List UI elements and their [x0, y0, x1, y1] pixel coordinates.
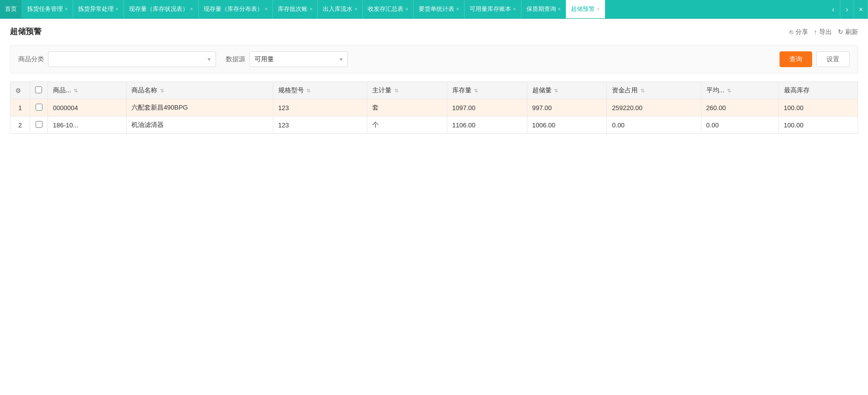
cell-maxstock: 100.00 [779, 117, 858, 134]
data-table: ⚙ 商品... ⇅ 商品名称 ⇅ 规格型号 ⇅ 主计量 [10, 81, 858, 134]
nav-tab-summary[interactable]: 收发存汇总表 × [363, 0, 414, 19]
nav-tab-stock-status[interactable]: 现存量（库存状况表） × [124, 0, 199, 19]
nav-tab-abnormal[interactable]: 拣货异常处理 × [73, 0, 124, 19]
cell-stock: 1097.00 [447, 99, 527, 117]
th-capital[interactable]: 资金占用 ⇅ [607, 82, 701, 99]
cell-capital: 0.00 [607, 117, 701, 134]
nav-tab-expiry[interactable]: 保质期查询 × [521, 0, 566, 19]
close-icon[interactable]: × [265, 6, 268, 12]
th-avg[interactable]: 平均... ⇅ [701, 82, 779, 99]
refresh-button[interactable]: ↻ 刷新 [838, 28, 858, 37]
nav-arrow-left[interactable]: ‹ [826, 0, 840, 19]
close-icon[interactable]: × [309, 6, 312, 12]
table-row: 2 186-10... 机油滤清器 123 个 1106.00 1006.00 … [10, 117, 858, 134]
row-checkbox[interactable] [36, 104, 43, 111]
th-gear: ⚙ [10, 82, 30, 99]
top-navigation: 首页 拣货任务管理 × 拣货异常处理 × 现存量（库存状况表） × 现存量（库存… [0, 0, 868, 19]
category-select[interactable]: ▾ [48, 51, 216, 67]
table-header-row: ⚙ 商品... ⇅ 商品名称 ⇅ 规格型号 ⇅ 主计量 [10, 82, 858, 99]
close-icon[interactable]: × [354, 6, 357, 12]
cell-overstock: 1006.00 [527, 117, 607, 134]
cell-product-id: 0000004 [48, 99, 127, 117]
nav-tab-overstock[interactable]: 超储预警 × [566, 0, 605, 19]
close-icon[interactable]: × [405, 6, 408, 12]
th-maxstock: 最高库存 [779, 82, 858, 99]
chevron-down-icon: ▾ [208, 56, 211, 63]
filter-bar: 商品分类 ▾ 数据源 可用量 ▾ 查询 设置 [10, 45, 858, 74]
cell-stock: 1106.00 [447, 117, 527, 134]
nav-tab-stock-dist[interactable]: 现存量（库存分布表） × [199, 0, 273, 19]
cell-product-id: 186-10... [48, 117, 127, 134]
datasource-select[interactable]: 可用量 ▾ [249, 51, 348, 67]
nav-tab-batch[interactable]: 库存批次账 × [273, 0, 318, 19]
export-button[interactable]: ↑ 导出 [814, 28, 832, 37]
th-spec[interactable]: 规格型号 ⇅ [273, 82, 367, 99]
row-checkbox-cell [30, 117, 48, 134]
th-stock[interactable]: 库存量 ⇅ [447, 82, 527, 99]
row-index: 1 [10, 99, 30, 117]
close-icon[interactable]: × [116, 6, 119, 12]
cell-maxstock: 100.00 [779, 99, 858, 117]
header-actions: ⎋ 分享 ↑ 导出 ↻ 刷新 [789, 28, 859, 37]
table-body: 1 0000004 六配套新昌490BPG 123 套 1097.00 997.… [10, 99, 858, 134]
query-button[interactable]: 查询 [780, 51, 812, 67]
category-filter: 商品分类 ▾ [18, 51, 216, 67]
cell-unit: 个 [367, 117, 447, 134]
nav-tab-requisition[interactable]: 要货单统计表 × [414, 0, 465, 19]
th-checkbox [30, 82, 48, 99]
cell-unit: 套 [367, 99, 447, 117]
close-icon[interactable]: × [190, 6, 193, 12]
cell-overstock: 997.00 [527, 99, 607, 117]
row-checkbox[interactable] [36, 121, 43, 128]
sort-icon: ⇅ [474, 88, 478, 93]
nav-tab-available[interactable]: 可用量库存账本 × [465, 0, 521, 19]
row-index: 2 [10, 117, 30, 134]
th-unit[interactable]: 主计量 ⇅ [367, 82, 447, 99]
close-icon[interactable]: × [65, 6, 68, 12]
table-row: 1 0000004 六配套新昌490BPG 123 套 1097.00 997.… [10, 99, 858, 117]
close-icon[interactable]: × [456, 6, 459, 12]
cell-avg: 260.00 [701, 99, 779, 117]
close-icon[interactable]: × [597, 6, 600, 12]
nav-arrows: ‹ › × [826, 0, 868, 19]
cell-capital: 259220.00 [607, 99, 701, 117]
cell-spec: 123 [273, 99, 367, 117]
page-header: 超储预警 ⎋ 分享 ↑ 导出 ↻ 刷新 [10, 27, 858, 37]
export-icon: ↑ [814, 28, 818, 36]
cell-avg: 0.00 [701, 117, 779, 134]
chevron-down-icon: ▾ [340, 56, 343, 63]
datasource-select-text: 可用量 [255, 55, 274, 64]
cell-product-name: 六配套新昌490BPG [126, 99, 273, 117]
th-product-id[interactable]: 商品... ⇅ [48, 82, 127, 99]
cell-spec: 123 [273, 117, 367, 134]
nav-tab-home[interactable]: 首页 [0, 0, 22, 19]
filter-buttons: 查询 设置 [780, 51, 850, 67]
sort-icon: ⇅ [727, 88, 731, 93]
datasource-filter: 数据源 可用量 ▾ [226, 51, 348, 67]
share-button[interactable]: ⎋ 分享 [789, 28, 808, 37]
page-content: 超储预警 ⎋ 分享 ↑ 导出 ↻ 刷新 商品分类 ▾ 数据源 [0, 19, 868, 395]
nav-arrow-close[interactable]: × [854, 0, 868, 19]
sort-icon: ⇅ [306, 88, 310, 93]
close-icon[interactable]: × [513, 6, 516, 12]
sort-icon: ⇅ [394, 88, 398, 93]
category-label: 商品分类 [18, 55, 44, 64]
share-icon: ⎋ [789, 28, 793, 36]
nav-tab-task[interactable]: 拣货任务管理 × [22, 0, 73, 19]
refresh-icon: ↻ [838, 28, 843, 36]
th-product-name[interactable]: 商品名称 ⇅ [126, 82, 273, 99]
gear-icon[interactable]: ⚙ [15, 87, 21, 94]
select-all-checkbox[interactable] [35, 86, 42, 93]
close-icon[interactable]: × [558, 6, 561, 12]
th-overstock[interactable]: 超储量 ⇅ [527, 82, 607, 99]
nav-arrow-right[interactable]: › [840, 0, 854, 19]
row-checkbox-cell [30, 99, 48, 117]
settings-button[interactable]: 设置 [816, 51, 850, 67]
page-title: 超储预警 [10, 27, 42, 37]
sort-icon: ⇅ [160, 88, 164, 93]
sort-icon: ⇅ [554, 88, 558, 93]
nav-tab-inout[interactable]: 出入库流水 × [318, 0, 363, 19]
sort-icon: ⇅ [74, 88, 78, 93]
cell-product-name: 机油滤清器 [126, 117, 273, 134]
datasource-label: 数据源 [226, 55, 245, 64]
